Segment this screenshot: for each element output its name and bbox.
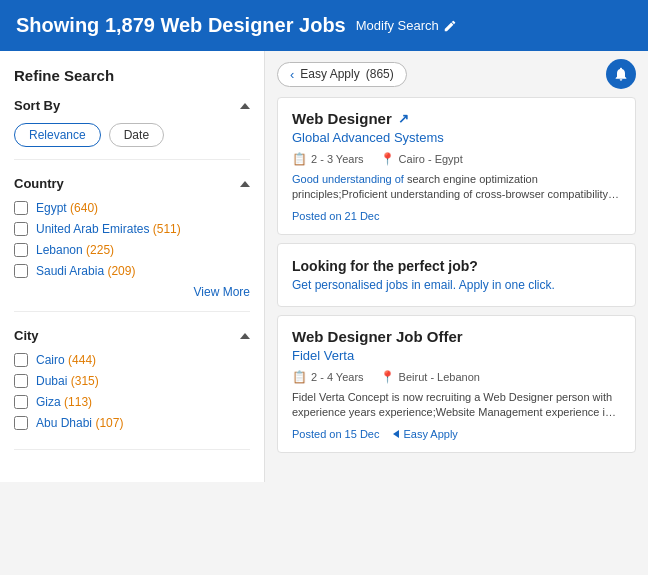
country-checkbox-saudi[interactable] (14, 264, 28, 278)
easy-apply-chip[interactable]: ‹ Easy Apply (865) (277, 62, 407, 87)
sort-by-section: Sort By Relevance Date (14, 98, 250, 160)
promo-card: Looking for the perfect job? Get persona… (277, 243, 636, 307)
country-item-saudi: Saudi Arabia (209) (14, 264, 250, 278)
external-link-icon-1: ↗ (398, 111, 409, 126)
experience-meta-1: 📋 2 - 3 Years (292, 152, 364, 166)
job-title-1: Web Designer ↗ (292, 110, 621, 127)
city-chevron-up-icon (240, 333, 250, 339)
city-name-giza: Giza (113) (36, 395, 92, 409)
header: Showing 1,879 Web Designer Jobs Modify S… (0, 0, 648, 51)
country-title: Country (14, 176, 64, 191)
company-name-1[interactable]: Global Advanced Systems (292, 130, 621, 145)
location-icon-1: 📍 (380, 152, 395, 166)
city-checkbox-dubai[interactable] (14, 374, 28, 388)
country-item-lebanon: Lebanon (225) (14, 243, 250, 257)
city-name-dubai: Dubai (315) (36, 374, 99, 388)
job-footer-2: Posted on 15 Dec Easy Apply (292, 428, 621, 440)
experience-meta-2: 📋 2 - 4 Years (292, 370, 364, 384)
sort-by-header: Sort By (14, 98, 250, 113)
experience-value-2: 2 - 4 Years (311, 371, 364, 383)
job-meta-1: 📋 2 - 3 Years 📍 Cairo - Egypt (292, 152, 621, 166)
sort-relevance-button[interactable]: Relevance (14, 123, 101, 147)
notification-bell-button[interactable] (606, 59, 636, 89)
city-item-giza: Giza (113) (14, 395, 250, 409)
posted-date-1: Posted on 21 Dec (292, 210, 621, 222)
sort-buttons: Relevance Date (14, 123, 250, 147)
modify-search-link[interactable]: Modify Search (356, 18, 457, 33)
chip-count: (865) (366, 67, 394, 81)
chips-row: ‹ Easy Apply (865) (277, 59, 636, 89)
country-checkbox-uae[interactable] (14, 222, 28, 236)
job-card-1: Web Designer ↗ Global Advanced Systems 📋… (277, 97, 636, 235)
job-title-link-2[interactable]: Web Designer Job Offer (292, 328, 463, 345)
briefcase-icon-1: 📋 (292, 152, 307, 166)
chip-label: Easy Apply (300, 67, 359, 81)
modify-search-label: Modify Search (356, 18, 439, 33)
city-checkbox-abudhabi[interactable] (14, 416, 28, 430)
country-name-lebanon: Lebanon (225) (36, 243, 114, 257)
briefcase-icon-2: 📋 (292, 370, 307, 384)
city-name-cairo: Cairo (444) (36, 353, 96, 367)
country-name-saudi: Saudi Arabia (209) (36, 264, 135, 278)
page-title: Showing 1,879 Web Designer Jobs (16, 14, 346, 37)
location-value-2: Beirut - Lebanon (399, 371, 480, 383)
sort-by-title: Sort By (14, 98, 60, 113)
country-checkbox-egypt[interactable] (14, 201, 28, 215)
city-checkbox-cairo[interactable] (14, 353, 28, 367)
location-icon-2: 📍 (380, 370, 395, 384)
promo-subtitle: Get personalised jobs in email. Apply in… (292, 278, 621, 292)
location-meta-1: 📍 Cairo - Egypt (380, 152, 463, 166)
country-item-egypt: Egypt (640) (14, 201, 250, 215)
country-view-more-link[interactable]: View More (14, 285, 250, 299)
main-layout: Refine Search Sort By Relevance Date Cou… (0, 51, 648, 482)
city-section: City Cairo (444) Dubai (315) Giza (113) … (14, 328, 250, 450)
city-item-cairo: Cairo (444) (14, 353, 250, 367)
right-panel: ‹ Easy Apply (865) Web Designer ↗ Global… (265, 51, 648, 482)
promo-title: Looking for the perfect job? (292, 258, 621, 274)
sort-date-button[interactable]: Date (109, 123, 164, 147)
city-name-abudhabi: Abu Dhabi (107) (36, 416, 123, 430)
job-title-link-1[interactable]: Web Designer (292, 110, 392, 127)
sort-by-chevron-up-icon (240, 103, 250, 109)
company-name-2[interactable]: Fidel Verta (292, 348, 621, 363)
country-item-uae: United Arab Emirates (511) (14, 222, 250, 236)
job-desc-text-2: Fidel Verta Concept is now recruiting a … (292, 391, 620, 421)
pencil-icon (443, 19, 457, 33)
city-checkbox-giza[interactable] (14, 395, 28, 409)
country-checkbox-lebanon[interactable] (14, 243, 28, 257)
job-desc-2: Fidel Verta Concept is now recruiting a … (292, 390, 621, 421)
country-header: Country (14, 176, 250, 191)
location-meta-2: 📍 Beirut - Lebanon (380, 370, 480, 384)
country-name-egypt: Egypt (640) (36, 201, 98, 215)
country-name-uae: United Arab Emirates (511) (36, 222, 181, 236)
city-header: City (14, 328, 250, 343)
country-section: Country Egypt (640) United Arab Emirates… (14, 176, 250, 312)
city-item-dubai: Dubai (315) (14, 374, 250, 388)
posted-date-2: Posted on 15 Dec (292, 428, 379, 440)
city-item-abudhabi: Abu Dhabi (107) (14, 416, 250, 430)
job-card-2: Web Designer Job Offer Fidel Verta 📋 2 -… (277, 315, 636, 453)
country-chevron-up-icon (240, 181, 250, 187)
chip-arrow-icon: ‹ (290, 67, 294, 82)
location-value-1: Cairo - Egypt (399, 153, 463, 165)
experience-value-1: 2 - 3 Years (311, 153, 364, 165)
bell-icon (613, 66, 629, 82)
job-meta-2: 📋 2 - 4 Years 📍 Beirut - Lebanon (292, 370, 621, 384)
city-title: City (14, 328, 39, 343)
sidebar: Refine Search Sort By Relevance Date Cou… (0, 51, 265, 482)
easy-apply-badge-2: Easy Apply (393, 428, 457, 440)
job-desc-1: Good understanding of search engine opti… (292, 172, 621, 203)
job-title-2: Web Designer Job Offer (292, 328, 621, 345)
job-desc-highlight-1: Good understanding of (292, 173, 407, 185)
sidebar-title: Refine Search (14, 67, 250, 84)
